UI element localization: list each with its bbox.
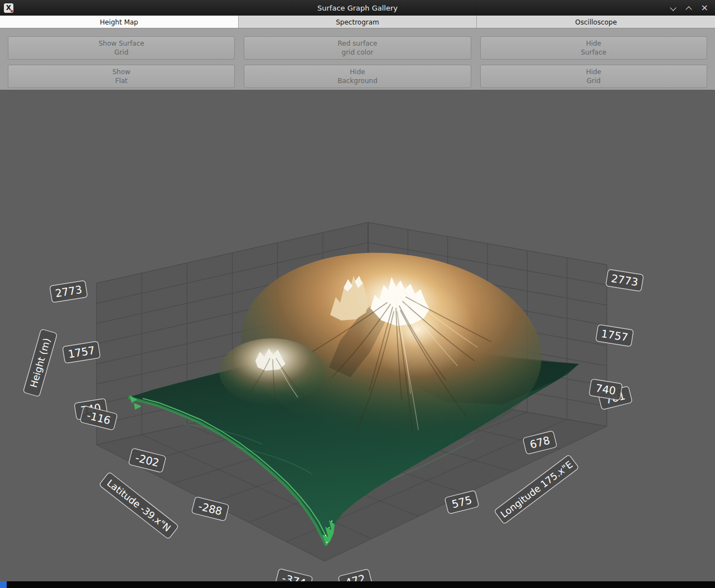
window-title: Surface Graph Gallery (0, 4, 715, 12)
controls-strip: Show Surface Grid Red surface grid color… (0, 28, 715, 90)
button-label-line1: Hide (586, 39, 601, 48)
panel-item[interactable] (0, 581, 7, 588)
titlebar[interactable]: X Surface Graph Gallery × (0, 0, 715, 16)
button-label-line2: grid color (342, 48, 374, 57)
button-label-line1: Red surface (338, 39, 378, 48)
bottom-panel (0, 581, 715, 588)
app-window: X Surface Graph Gallery × Height Map Spe… (0, 0, 715, 588)
minimize-button-icon[interactable] (670, 5, 677, 11)
tab-height-map[interactable]: Height Map (0, 16, 239, 28)
surface-plot-view[interactable]: Height (m) 2773 1757 740 -116 -202 (0, 90, 715, 582)
hide-grid-button[interactable]: Hide Grid (480, 65, 707, 88)
tab-label: Spectrogram (336, 18, 379, 26)
tab-bar: Height Map Spectrogram Oscilloscope (0, 16, 715, 28)
show-surface-grid-button[interactable]: Show Surface Grid (8, 36, 235, 60)
tab-label: Oscilloscope (575, 18, 617, 26)
tab-oscilloscope[interactable]: Oscilloscope (477, 16, 715, 28)
hide-surface-button[interactable]: Hide Surface (480, 36, 707, 60)
button-label-line2: Flat (115, 76, 128, 85)
button-label-line1: Show Surface (99, 39, 144, 48)
hide-background-button[interactable]: Hide Background (244, 65, 471, 88)
button-label-line1: Show (112, 67, 130, 76)
button-label-line2: Surface (581, 48, 606, 57)
show-flat-button[interactable]: Show Flat (8, 65, 235, 88)
surface-grid-color-button[interactable]: Red surface grid color (244, 36, 471, 60)
close-button-icon[interactable]: × (701, 3, 708, 12)
tab-spectrogram[interactable]: Spectrogram (239, 16, 477, 28)
button-label-line2: Grid (587, 76, 601, 85)
button-label-line2: Grid (114, 48, 128, 57)
button-label-line1: Hide (350, 67, 365, 76)
button-label-line1: Hide (586, 67, 601, 76)
button-label-line2: Background (337, 76, 378, 85)
surface-plot-canvas[interactable]: Height (m) 2773 1757 740 -116 -202 (0, 90, 715, 582)
tab-label: Height Map (100, 18, 138, 26)
maximize-button-icon[interactable] (685, 5, 692, 11)
